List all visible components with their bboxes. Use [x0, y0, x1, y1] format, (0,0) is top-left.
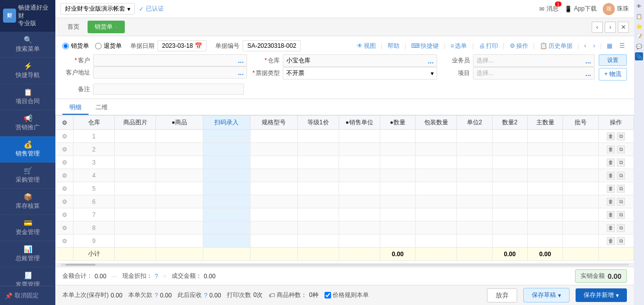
setup-btn[interactable]: 设置 [599, 54, 627, 66]
tab-sale-order[interactable]: 销货单 × [88, 21, 125, 33]
row-settings-icon[interactable]: ⚙ [62, 198, 67, 205]
right-panel-btn-1[interactable]: 📋 [635, 12, 643, 20]
company-select[interactable]: 好业财专业版演示帐套 ▾ [60, 3, 135, 15]
delete-row-btn[interactable]: 🗑 [607, 145, 615, 154]
delete-row-btn[interactable]: 🗑 [607, 185, 615, 193]
sidebar-item-6[interactable]: 📦库存核算 [0, 189, 55, 215]
row-settings-icon[interactable]: ⚙ [62, 211, 67, 218]
sidebar-item-1[interactable]: ⚡快捷导航 [0, 58, 55, 84]
invoice-select[interactable]: 不开票 ▾ [283, 67, 437, 80]
row-settings-icon[interactable]: ⚙ [62, 133, 67, 140]
print-btn[interactable]: 🖨 打印 [477, 41, 500, 51]
copy-row-btn[interactable]: ⧉ [617, 198, 625, 206]
table-tabs: 明细 二维 [55, 99, 634, 115]
sidebar-item-8[interactable]: 📊总账管理 [0, 241, 55, 267]
copy-row-btn[interactable]: ⧉ [617, 211, 625, 219]
address-dots-btn[interactable]: ... [238, 68, 244, 77]
row-settings-icon[interactable]: ⚙ [62, 146, 67, 153]
sidebar-item-4[interactable]: 💰销售管理 [0, 136, 55, 163]
copy-row-btn[interactable]: ⧉ [617, 185, 625, 193]
shortcut-btn[interactable]: ⌨ 快捷键 [409, 41, 441, 51]
debt-help-icon[interactable]: ? [154, 292, 158, 299]
row-num: 7 [92, 211, 96, 218]
row-settings-icon[interactable]: ⚙ [62, 172, 67, 179]
delete-row-btn[interactable]: 🗑 [607, 172, 615, 180]
delete-row-btn[interactable]: 🗑 [607, 132, 615, 140]
row-settings-icon[interactable]: ⚙ [62, 224, 67, 232]
right-panel-btn-3[interactable]: 📝 [635, 32, 643, 40]
tabbar: 首页 销货单 × ‹ › ✕ [55, 18, 634, 36]
message-btn[interactable]: ✉ 1 消息 [539, 5, 558, 13]
project-dots-btn[interactable]: ... [585, 69, 591, 78]
abandon-btn[interactable]: 放弃 [487, 288, 517, 302]
right-panel-btn-4[interactable]: 💬 [635, 42, 643, 50]
sidebar-item-0[interactable]: 🔍搜索菜单 [0, 32, 55, 58]
row-settings-icon[interactable]: ⚙ [62, 185, 67, 192]
delete-row-btn[interactable]: 🗑 [607, 211, 615, 219]
delete-row-btn[interactable]: 🗑 [607, 159, 615, 167]
copy-row-btn[interactable]: ⧉ [617, 145, 625, 154]
order-no-input[interactable]: SA-20230318-002 [243, 40, 300, 51]
view-btn[interactable]: 👁 视图 [355, 41, 378, 51]
add-logistics-btn[interactable]: + 物流 [599, 68, 627, 81]
sidebar-item-2[interactable]: 📋项目合同 [0, 84, 55, 110]
copy-row-btn[interactable]: ⧉ [617, 172, 625, 180]
calendar-icon: 📅 [195, 42, 202, 49]
customer-input[interactable]: ... [93, 54, 247, 66]
scroll-thumb[interactable] [65, 264, 96, 266]
tab-home[interactable]: 首页 [60, 20, 87, 34]
sale-order-radio[interactable]: 销货单 [62, 42, 89, 50]
copy-row-btn[interactable]: ⧉ [617, 159, 625, 167]
tab-close-icon[interactable]: × [115, 24, 118, 30]
tab-2d[interactable]: 二维 [89, 101, 115, 115]
delete-row-btn[interactable]: 🗑 [607, 198, 615, 206]
warehouse-dots-btn[interactable]: ... [428, 57, 434, 65]
price-check-checkbox[interactable] [325, 292, 331, 298]
return-order-radio[interactable]: 退货单 [95, 42, 122, 50]
horizontal-scrollbar[interactable] [55, 263, 634, 267]
sidebar-item-3[interactable]: 📢营销推广 [0, 110, 55, 136]
delete-row-btn[interactable]: 🗑 [607, 237, 615, 245]
delete-row-btn[interactable]: 🗑 [607, 224, 615, 232]
receivable-help-icon[interactable]: ? [204, 292, 207, 299]
save-draft-btn[interactable]: 保存草稿 ▾ [523, 288, 570, 302]
tab-close-btn[interactable]: ✕ [618, 22, 629, 33]
history-btn[interactable]: 📋 历史单据 [538, 41, 575, 51]
copy-row-btn[interactable]: ⧉ [617, 132, 625, 140]
copy-row-btn[interactable]: ⧉ [617, 237, 625, 245]
project-input[interactable]: 选择... ... [473, 67, 595, 80]
warehouse-input[interactable]: 小宝仓库 ... [283, 54, 437, 67]
app-download-btn[interactable]: 📱 App下载 [565, 5, 597, 13]
row-settings-icon[interactable]: ⚙ [62, 238, 67, 245]
salesperson-input[interactable]: 选择... ... [473, 54, 595, 67]
cancel-pin-btn[interactable]: 📌 取消固定 [3, 289, 52, 302]
user-avatar[interactable]: 珠 珠珠 [603, 3, 629, 15]
address-input[interactable]: ... [93, 66, 247, 79]
tab-prev-btn[interactable]: ‹ [592, 22, 603, 33]
prev-record-btn[interactable]: ‹ [582, 41, 588, 50]
remark-input[interactable] [93, 84, 244, 95]
tab-next-btn[interactable]: › [605, 22, 616, 33]
next-record-btn[interactable]: › [591, 41, 597, 50]
sidebar-item-9[interactable]: 🧾发票管理 [0, 267, 55, 286]
debt-item: 本单欠款 ? 0.00 [128, 291, 172, 299]
salesperson-dots-btn[interactable]: ... [585, 57, 591, 65]
tab-detail[interactable]: 明细 [62, 101, 89, 115]
save-new-btn[interactable]: 保存并新增 ▾ [576, 288, 627, 302]
sidebar-item-7[interactable]: 💳资金管理 [0, 215, 55, 241]
customer-dots-btn[interactable]: ... [238, 56, 244, 64]
list-view-btn[interactable]: ☰ [617, 41, 627, 50]
right-panel-btn-2[interactable]: ⭐ [635, 22, 643, 30]
sidebar-item-5[interactable]: 🛒采购管理 [0, 163, 55, 189]
select-btn[interactable]: ≡ 选单 [448, 41, 469, 51]
copy-row-btn[interactable]: ⧉ [617, 224, 625, 232]
help-btn[interactable]: 帮助 [385, 41, 401, 51]
date-input[interactable]: 2023-03-18 📅 [157, 40, 207, 51]
op-btn[interactable]: ⚙ 操作 [508, 41, 530, 51]
row-settings-icon[interactable]: ⚙ [62, 159, 67, 166]
right-panel-btn-5[interactable]: 📎 [635, 52, 643, 60]
sidebar-label-5: 采购管理 [16, 176, 40, 184]
discount-help-icon[interactable]: ? [154, 273, 158, 280]
grid-view-btn[interactable]: ▦ [605, 41, 614, 50]
right-panel-btn-0[interactable]: 👁 [635, 2, 643, 10]
